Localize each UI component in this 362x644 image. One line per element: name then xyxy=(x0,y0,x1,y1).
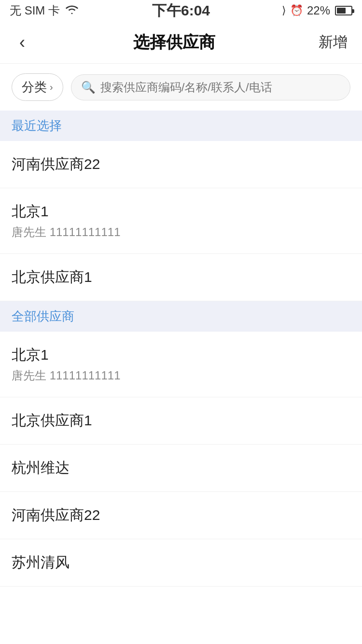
all-list-item[interactable]: 苏州清风 xyxy=(0,539,362,587)
alarm-icon: ⏰ xyxy=(290,4,303,17)
item-name: 河南供应商22 xyxy=(12,154,350,174)
item-name: 北京1 xyxy=(12,345,350,365)
all-section-header: 全部供应商 xyxy=(0,301,362,332)
all-list-item[interactable]: 杭州维达 xyxy=(0,445,362,492)
nav-bar: ‹ 选择供应商 新增 xyxy=(0,21,362,64)
all-list-item[interactable]: 北京1唐先生 11111111111 xyxy=(0,332,362,397)
chevron-right-icon: › xyxy=(50,82,53,93)
wifi-icon xyxy=(65,4,79,17)
all-items-list: 北京1唐先生 11111111111北京供应商1杭州维达河南供应商22苏州清风 xyxy=(0,332,362,587)
location-icon: ⟩ xyxy=(282,4,286,17)
search-area: 分类 › 🔍 xyxy=(0,64,362,111)
recent-items-list: 河南供应商22北京1唐先生 11111111111北京供应商1 xyxy=(0,141,362,301)
carrier-text: 无 SIM 卡 xyxy=(10,3,60,18)
item-name: 北京供应商1 xyxy=(12,267,350,287)
all-list-item[interactable]: 北京供应商1 xyxy=(0,397,362,445)
recent-list-item[interactable]: 北京供应商1 xyxy=(0,254,362,301)
item-sub: 唐先生 11111111111 xyxy=(12,368,350,383)
item-name: 苏州清风 xyxy=(12,553,350,573)
category-label: 分类 xyxy=(22,79,47,96)
battery-text: 22% xyxy=(307,4,330,17)
status-carrier-area: 无 SIM 卡 xyxy=(10,3,79,18)
page-title: 选择供应商 xyxy=(133,31,215,54)
item-name: 杭州维达 xyxy=(12,458,350,478)
item-name: 北京1 xyxy=(12,202,350,222)
status-time: 下午6:04 xyxy=(152,1,210,21)
recent-section-header: 最近选择 xyxy=(0,111,362,141)
search-input[interactable] xyxy=(100,81,340,94)
search-box: 🔍 xyxy=(71,74,350,100)
add-button[interactable]: 新增 xyxy=(319,32,348,52)
back-button[interactable]: ‹ xyxy=(14,28,30,57)
item-name: 河南供应商22 xyxy=(12,505,350,525)
item-name: 北京供应商1 xyxy=(12,411,350,431)
recent-list-item[interactable]: 河南供应商22 xyxy=(0,141,362,188)
battery-icon xyxy=(335,6,352,15)
status-right-area: ⟩ ⏰ 22% xyxy=(282,4,352,17)
category-filter-button[interactable]: 分类 › xyxy=(12,73,63,101)
recent-list-item[interactable]: 北京1唐先生 11111111111 xyxy=(0,188,362,254)
item-sub: 唐先生 11111111111 xyxy=(12,224,350,240)
status-bar: 无 SIM 卡 下午6:04 ⟩ ⏰ 22% xyxy=(0,0,362,21)
search-icon: 🔍 xyxy=(81,81,96,94)
all-list-item[interactable]: 河南供应商22 xyxy=(0,492,362,539)
